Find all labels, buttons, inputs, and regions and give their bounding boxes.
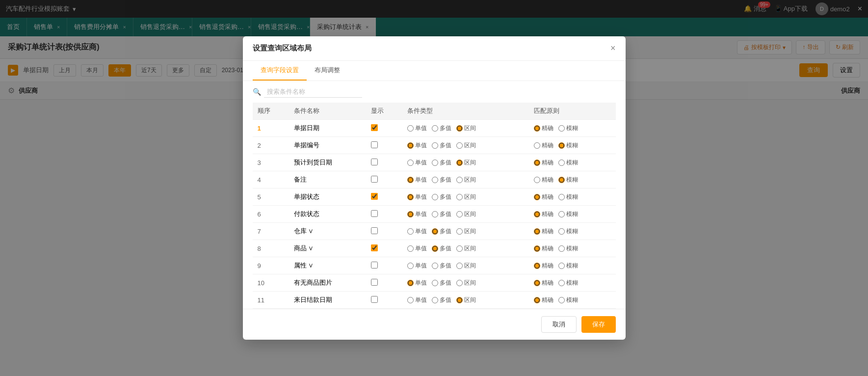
modal-close-button[interactable]: × [610,43,616,54]
tab-layout-adjust[interactable]: 布局调整 [307,61,348,81]
search-input[interactable] [264,86,362,98]
tab-query-fields[interactable]: 查询字段设置 [253,61,307,81]
modal-title: 设置查询区域布局 [253,44,312,53]
modal-header: 设置查询区域布局 × [243,36,626,61]
search-icon: 🔍 [253,88,261,96]
tab-layout-adjust-label: 布局调整 [315,66,340,74]
modal-tabs: 查询字段设置 布局调整 [243,61,626,81]
settings-modal: 设置查询区域布局 × 查询字段设置 布局调整 🔍 顺序 条件名称 [243,36,626,100]
modal-overlay: 设置查询区域布局 × 查询字段设置 布局调整 🔍 顺序 条件名称 [0,0,868,100]
tab-query-fields-label: 查询字段设置 [261,66,299,74]
modal-search-area: 🔍 [243,81,626,100]
